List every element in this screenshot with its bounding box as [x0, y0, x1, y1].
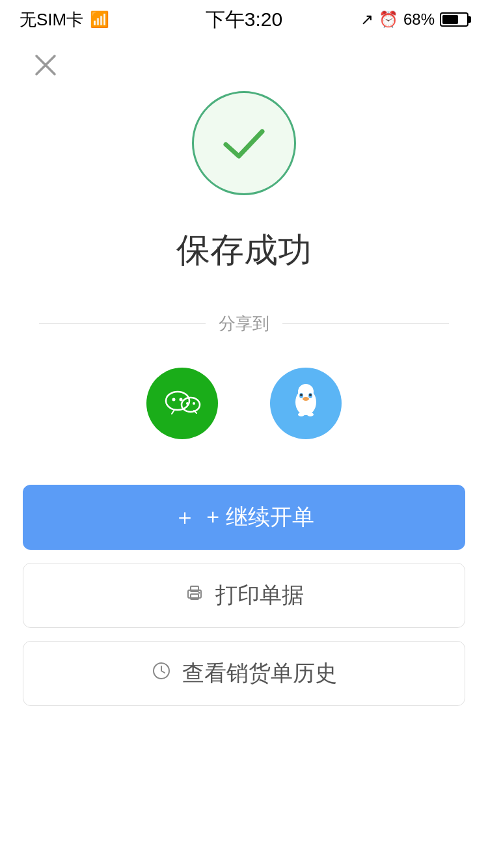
- svg-point-3: [182, 398, 200, 412]
- success-circle: [192, 91, 296, 195]
- status-bar: 无SIM卡 📶 下午3:20 ↗ ⏰ 68%: [0, 0, 488, 39]
- battery-text: 68%: [403, 10, 435, 29]
- location-icon: ↗: [360, 10, 373, 29]
- svg-point-16: [309, 398, 316, 409]
- status-left: 无SIM卡 📶: [20, 8, 109, 31]
- svg-point-4: [172, 398, 175, 401]
- checkmark-icon: [218, 117, 270, 169]
- alarm-icon: ⏰: [379, 10, 398, 29]
- qq-icon: [285, 383, 327, 425]
- close-icon: [34, 53, 57, 77]
- svg-point-12: [300, 394, 303, 396]
- print-label: 打印单据: [215, 580, 304, 610]
- history-button[interactable]: 查看销货单历史: [23, 641, 465, 706]
- divider-line-right: [282, 323, 449, 324]
- history-label: 查看销货单历史: [182, 658, 337, 688]
- svg-point-5: [179, 398, 182, 401]
- divider-line-left: [39, 323, 206, 324]
- main-content: 保存成功 分享到: [0, 39, 488, 706]
- svg-point-7: [193, 402, 195, 405]
- status-time: 下午3:20: [206, 7, 282, 33]
- share-buttons: [146, 368, 342, 439]
- share-divider: 分享到: [0, 312, 488, 335]
- wifi-icon: 📶: [90, 10, 109, 29]
- svg-point-6: [186, 402, 189, 405]
- svg-point-19: [307, 413, 314, 416]
- svg-point-15: [296, 398, 303, 409]
- success-title: 保存成功: [176, 228, 312, 273]
- svg-point-23: [198, 592, 200, 594]
- continue-icon: ＋: [174, 502, 196, 532]
- svg-point-14: [303, 397, 309, 401]
- battery-icon: [440, 12, 468, 27]
- status-right: ↗ ⏰ 68%: [360, 10, 468, 29]
- continue-button[interactable]: ＋ + 继续开单: [23, 485, 465, 550]
- svg-point-13: [309, 394, 312, 396]
- continue-label: + 继续开单: [206, 502, 314, 532]
- wechat-share-button[interactable]: [146, 368, 218, 439]
- qq-share-button[interactable]: [270, 368, 342, 439]
- wechat-icon: [161, 383, 204, 425]
- close-button[interactable]: [26, 46, 65, 85]
- print-icon: [184, 582, 205, 608]
- share-label: 分享到: [206, 312, 282, 335]
- history-icon: [151, 660, 172, 686]
- carrier-text: 无SIM卡: [20, 8, 83, 31]
- print-button[interactable]: 打印单据: [23, 563, 465, 628]
- action-buttons: ＋ + 继续开单 打印单据 查看销货单历史: [23, 485, 465, 706]
- svg-point-2: [166, 392, 189, 410]
- svg-point-18: [298, 413, 305, 416]
